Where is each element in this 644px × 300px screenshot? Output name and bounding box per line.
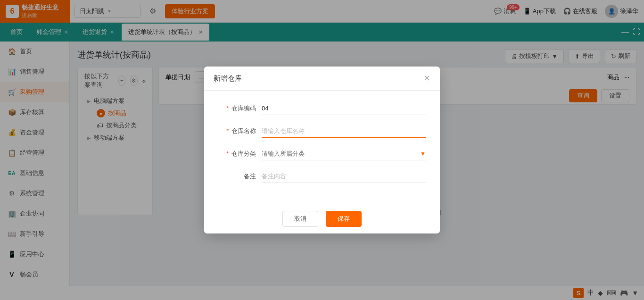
modal-close-icon[interactable]: ✕: [423, 73, 430, 83]
remark-label: 备注: [218, 172, 256, 181]
modal-body: * 仓库编码 * 仓库名称 * 仓库分类: [204, 91, 440, 204]
required-star-name: *: [226, 127, 229, 134]
save-button[interactable]: 保存: [326, 211, 362, 227]
code-input[interactable]: [262, 102, 426, 115]
category-arrow-icon: ▼: [420, 150, 426, 157]
modal-title: 新增仓库: [214, 74, 242, 83]
category-select[interactable]: ▼: [262, 147, 426, 160]
name-input[interactable]: [262, 125, 426, 138]
remark-input[interactable]: [262, 170, 426, 183]
category-label: * 仓库分类: [218, 150, 256, 158]
form-row-name: * 仓库名称: [218, 125, 426, 138]
modal-footer: 取消 保存: [204, 204, 440, 233]
name-label: * 仓库名称: [218, 127, 256, 135]
required-star-category: *: [226, 150, 229, 157]
code-label: * 仓库编码: [218, 104, 256, 113]
modal-overlay[interactable]: 新增仓库 ✕ * 仓库编码 * 仓库名称: [0, 0, 644, 300]
form-row-remark: 备注: [218, 170, 426, 183]
cancel-button[interactable]: 取消: [282, 211, 318, 227]
modal-header: 新增仓库 ✕: [204, 67, 440, 91]
modal-new-warehouse: 新增仓库 ✕ * 仓库编码 * 仓库名称: [204, 67, 440, 233]
form-row-category: * 仓库分类 ▼: [218, 147, 426, 160]
category-input[interactable]: [262, 150, 420, 157]
form-row-code: * 仓库编码: [218, 102, 426, 115]
required-star: *: [226, 105, 229, 112]
